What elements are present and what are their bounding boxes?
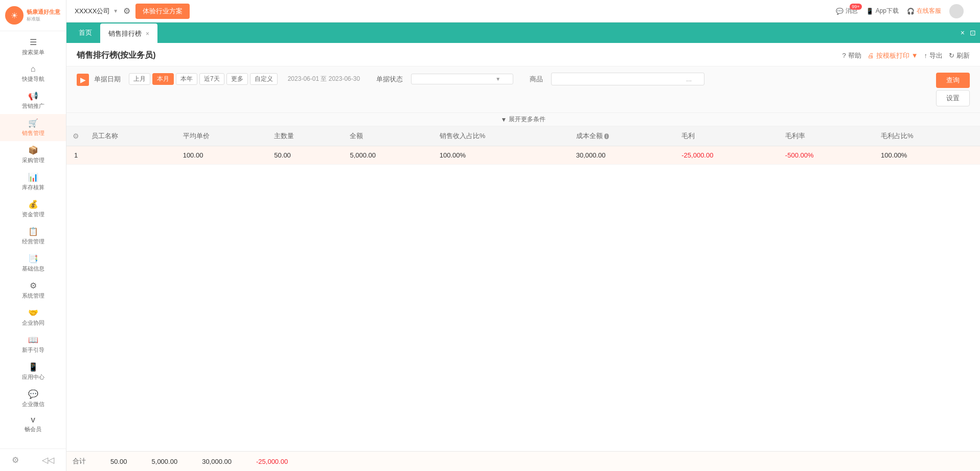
th-settings[interactable]: ⚙ [66, 126, 85, 146]
logo-subtitle: 标准版 [27, 16, 60, 23]
td-profit: -25,000.00 [675, 146, 779, 165]
trial-btn[interactable]: 体验行业方案 [135, 4, 190, 19]
sidebar-item-search[interactable]: ☰ 搜索菜单 [0, 33, 66, 60]
sidebar-item-purchase[interactable]: 📦 采购管理 [0, 141, 66, 168]
th-avg-price: 平均单价 [177, 126, 268, 146]
sidebar-item-member[interactable]: V 畅会员 [0, 412, 66, 437]
sidebar-item-enterprise[interactable]: 🤝 企业协同 [0, 304, 66, 331]
column-settings-icon[interactable]: ⚙ [73, 132, 79, 140]
th-profit: 毛利 [675, 126, 779, 146]
sidebar-settings-btn[interactable]: ⚙ [8, 453, 23, 467]
sidebar-item-label: 库存核算 [22, 184, 44, 191]
search-menu-icon: ☰ [30, 37, 37, 47]
tab-home-label: 首页 [79, 28, 92, 37]
topbar: XXXXX公司 ▼ ⚙ 体验行业方案 💬 消息 99+ 📱 App下载 🎧 在线… [66, 0, 980, 23]
service-icon: 🎧 [907, 8, 915, 15]
date-btn-custom[interactable]: 自定义 [250, 73, 278, 85]
export-btn[interactable]: ↑ 导出 [924, 51, 943, 60]
th-amount: 全额 [344, 126, 433, 146]
print-label: 按模板打印 [876, 51, 909, 60]
td-amount: 5,000.00 [344, 146, 433, 165]
user-avatar[interactable] [949, 4, 964, 18]
system-icon: ⚙ [30, 281, 37, 290]
sidebar-item-finance[interactable]: 💰 资金管理 [0, 195, 66, 222]
main-content: XXXXX公司 ▼ ⚙ 体验行业方案 💬 消息 99+ 📱 App下载 🎧 在线… [66, 0, 980, 471]
help-label: 帮助 [848, 51, 861, 60]
th-profit-ratio: 毛利占比% [875, 126, 980, 146]
sidebar-item-quick-nav[interactable]: ⌂ 快捷导航 [0, 60, 66, 87]
sidebar-item-management[interactable]: 📋 经营管理 [0, 222, 66, 250]
th-sales-ratio: 销售收入占比% [434, 126, 570, 146]
tab-home[interactable]: 首页 [71, 23, 100, 43]
inventory-icon: 📊 [28, 172, 38, 182]
table-header-row: ⚙ 员工名称 平均单价 主数量 全额 销售收入占比% 成本全额 i 毛利 毛利率… [66, 126, 980, 146]
sidebar-item-label: 应用中心 [22, 373, 44, 381]
app-download-btn[interactable]: 📱 App下载 [866, 7, 899, 15]
service-label: 在线客服 [917, 7, 941, 15]
window-max-icon[interactable]: ⊡ [970, 29, 976, 37]
th-qty: 主数量 [268, 126, 344, 146]
sidebar-item-label: 资金管理 [22, 211, 44, 218]
td-profit-rate: -500.00% [779, 146, 875, 165]
company-dropdown-icon: ▼ [113, 8, 118, 14]
sidebar-bottom: ⚙ ◁◁ [0, 448, 66, 471]
status-select[interactable]: ▼ [411, 74, 513, 84]
sidebar-item-label: 销售管理 [22, 129, 44, 137]
expand-conditions-btn[interactable]: ▼ 展开更多条件 [501, 115, 546, 124]
help-icon: ? [842, 52, 846, 59]
sidebar-collapse-btn[interactable]: ◁◁ [38, 453, 58, 467]
purchase-icon: 📦 [28, 145, 38, 155]
sidebar-item-label: 系统管理 [22, 292, 44, 300]
goods-more-icon: ... [686, 75, 692, 83]
online-service-btn[interactable]: 🎧 在线客服 [907, 7, 941, 15]
date-btn-prev-month[interactable]: 上月 [129, 73, 150, 85]
company-selector[interactable]: XXXXX公司 ▼ [75, 7, 118, 16]
guide-icon: 📖 [28, 335, 38, 345]
page-content: 销售排行榜(按业务员) ? 帮助 🖨 按模板打印 ▼ ↑ 导出 ↻ 刷新 [66, 43, 980, 471]
filter-row-1: 单据日期 上月 本月 本年 近7天 更多 自定义 2023-06-01 至 20… [94, 73, 931, 85]
sidebar-item-label: 企业协同 [22, 319, 44, 327]
th-employee-name: 员工名称 [85, 126, 177, 146]
footer-profit: -25,000.00 [256, 458, 288, 465]
settings-btn[interactable]: 设置 [936, 90, 970, 106]
sidebar-item-inventory[interactable]: 📊 库存核算 [0, 168, 66, 195]
refresh-label: 刷新 [956, 51, 970, 60]
sidebar-item-marketing[interactable]: 📢 营销推广 [0, 87, 66, 114]
date-btn-7days[interactable]: 近7天 [199, 73, 224, 85]
tab-close-icon[interactable]: × [146, 30, 149, 37]
print-dropdown-icon: ▼ [911, 52, 918, 59]
sidebar-item-wechat[interactable]: 💬 企业微信 [0, 385, 66, 412]
refresh-btn[interactable]: ↻ 刷新 [949, 51, 970, 60]
app-download-label: App下载 [876, 7, 899, 15]
message-icon: 💬 [836, 8, 844, 15]
refresh-icon: ↻ [949, 52, 954, 59]
sidebar-item-label: 畅会员 [25, 425, 41, 433]
sidebar-item-system[interactable]: ⚙ 系统管理 [0, 277, 66, 304]
sidebar-item-base-info[interactable]: 📑 基础信息 [0, 250, 66, 277]
filter-toggle-btn[interactable]: ▶ [77, 74, 89, 86]
message-badge: 99+ [850, 4, 861, 10]
expand-icon: ▼ [501, 116, 507, 123]
footer-cost: 30,000.00 [202, 458, 232, 465]
sidebar-item-apps[interactable]: 📱 应用中心 [0, 358, 66, 385]
message-btn[interactable]: 💬 消息 99+ [836, 7, 858, 15]
footer-qty: 50.00 [110, 458, 127, 465]
help-btn[interactable]: ? 帮助 [842, 51, 861, 60]
print-btn[interactable]: 🖨 按模板打印 ▼ [868, 51, 918, 60]
query-btn[interactable]: 查询 [936, 73, 970, 88]
tab-sales-ranking[interactable]: 销售排行榜 × [100, 24, 157, 44]
td-cost: 30,000.00 [570, 146, 676, 165]
sidebar-item-sales[interactable]: 🛒 销售管理 [0, 114, 66, 141]
td-qty: 50.00 [268, 146, 344, 165]
date-btn-more[interactable]: 更多 [226, 73, 248, 85]
date-filter-buttons: 上月 本月 本年 近7天 更多 自定义 [129, 73, 278, 85]
page-actions: ? 帮助 🖨 按模板打印 ▼ ↑ 导出 ↻ 刷新 [842, 51, 970, 60]
marketing-icon: 📢 [28, 91, 38, 101]
sidebar-item-guide[interactable]: 📖 新手引导 [0, 331, 66, 358]
goods-input[interactable]: ... [551, 73, 704, 85]
date-btn-this-year[interactable]: 本年 [176, 73, 197, 85]
window-close-icon[interactable]: × [961, 29, 965, 37]
topbar-settings-icon[interactable]: ⚙ [123, 6, 130, 16]
date-btn-this-month[interactable]: 本月 [152, 73, 174, 85]
td-avg-price: 100.00 [177, 146, 268, 165]
